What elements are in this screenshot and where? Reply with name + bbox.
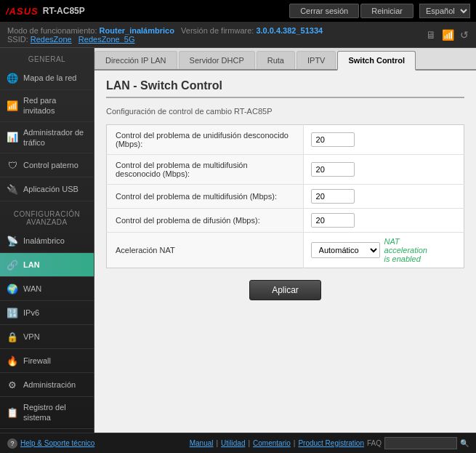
faq-label: FAQ xyxy=(367,439,382,447)
sidebar-item-wan[interactable]: 🌍 WAN xyxy=(0,277,94,301)
status-icons: 🖥 📶 ↺ xyxy=(426,29,469,41)
wan-icon: 🌍 xyxy=(6,282,19,295)
logo-area: /ASUS RT-AC85P xyxy=(6,6,85,17)
lan-tabs: Dirección IP LAN Servidor DHCP Ruta IPTV… xyxy=(94,48,476,71)
sidebar-item-firewall[interactable]: 🔥 Firewall xyxy=(0,349,94,373)
language-select[interactable]: Español xyxy=(419,4,470,18)
log-icon: 📋 xyxy=(6,406,19,419)
sidebar-label-mapa: Mapa de la red xyxy=(23,73,76,83)
ssid-label: SSID: xyxy=(7,35,28,44)
field-label-3: Control del problema de difusión (Mbps): xyxy=(107,209,304,233)
input-multidifusion[interactable] xyxy=(311,189,355,204)
parental-control-icon: 🛡 xyxy=(6,159,19,172)
sidebar-item-inalambrico[interactable]: 📡 Inalámbrico xyxy=(0,229,94,253)
sidebar-label-vpn: VPN xyxy=(23,332,40,342)
table-row: Control del problema de unidifusión desc… xyxy=(107,125,464,155)
sidebar-label-ipv6: IPv6 xyxy=(23,308,39,318)
top-buttons: Cerrar sesión Reiniciar Español xyxy=(289,4,470,18)
table-row: Control del problema de multidifusión de… xyxy=(107,155,464,185)
ssid1[interactable]: RedesZone xyxy=(31,35,72,44)
wifi-icon[interactable]: 📶 xyxy=(442,29,454,41)
sidebar-label-usb: Aplicación USB xyxy=(23,184,78,194)
manual-link[interactable]: Manual xyxy=(190,439,214,447)
firmware-value: 3.0.0.4.382_51334 xyxy=(256,26,323,35)
close-session-button[interactable]: Cerrar sesión xyxy=(289,4,359,18)
table-row: Control del problema de multidifusión (M… xyxy=(107,185,464,209)
sidebar-item-invitados[interactable]: 📶 Red para invitados xyxy=(0,90,94,122)
search-icon[interactable]: 🔍 xyxy=(460,439,469,447)
sidebar-item-control[interactable]: 🛡 Control paterno xyxy=(0,153,94,177)
sidebar-label-wan: WAN xyxy=(23,284,41,294)
mode-label: Modo de funcionamiento: xyxy=(7,26,97,35)
firewall-icon: 🔥 xyxy=(6,354,19,367)
nat-label: Aceleración NAT xyxy=(107,233,304,268)
tab-iptv[interactable]: IPTV xyxy=(297,51,336,69)
tab-dhcp[interactable]: Servidor DHCP xyxy=(179,51,255,69)
nat-row: Aceleración NAT Automático Activado Desa… xyxy=(107,233,464,268)
ssid2[interactable]: RedesZone_5G xyxy=(78,35,135,44)
nat-status: NAT acceleration is enabled xyxy=(384,237,427,263)
help-support-link[interactable]: Help & Soporte técnico xyxy=(20,439,94,447)
main-layout: General 🌐 Mapa de la red 📶 Red para invi… xyxy=(0,48,476,433)
help-circle-icon: ? xyxy=(7,438,17,449)
refresh-icon[interactable]: ↺ xyxy=(460,29,469,41)
sidebar-label-admin: Administración xyxy=(23,380,76,390)
general-section-title: General xyxy=(0,52,94,66)
sidebar-item-herramientas[interactable]: 🛠 Herramientas de red xyxy=(0,429,94,433)
network-icon[interactable]: 🖥 xyxy=(426,29,436,41)
sidebar-general-section: General 🌐 Mapa de la red 📶 Red para invi… xyxy=(0,48,94,203)
sidebar-item-registro[interactable]: 📋 Registro del sistema xyxy=(0,397,94,429)
tab-switch-control[interactable]: Switch Control xyxy=(337,51,416,71)
apply-area: Aplicar xyxy=(106,268,464,312)
section-subtitle: Configuración de control de cambio RT-AC… xyxy=(106,107,464,116)
vpn-icon: 🔒 xyxy=(6,330,19,343)
guest-network-icon: 📶 xyxy=(6,99,19,112)
input-multidifusion-desconocido[interactable] xyxy=(311,162,355,177)
table-row: Control del problema de difusión (Mbps): xyxy=(107,209,464,233)
input-unidifusion[interactable] xyxy=(311,132,355,147)
field-label-2: Control del problema de multidifusión (M… xyxy=(107,185,304,209)
sidebar-item-admin[interactable]: ⚙ Administración xyxy=(0,373,94,397)
sidebar-label-trafico: Administrador de tráfico xyxy=(23,127,88,148)
sep2: | xyxy=(248,439,250,447)
tab-ip-lan[interactable]: Dirección IP LAN xyxy=(94,51,177,69)
bottom-links: Manual | Utilidad | Comentario | Product… xyxy=(190,437,469,449)
sidebar: General 🌐 Mapa de la red 📶 Red para invi… xyxy=(0,48,94,433)
sidebar-label-invitados: Red para invitados xyxy=(23,95,88,116)
input-difusion[interactable] xyxy=(311,213,355,228)
sidebar-item-ipv6[interactable]: 🔢 IPv6 xyxy=(0,301,94,325)
search-input[interactable] xyxy=(384,437,457,449)
sidebar-label-firewall: Firewall xyxy=(23,356,51,366)
network-map-icon: 🌐 xyxy=(6,71,19,84)
restart-button[interactable]: Reiniciar xyxy=(360,4,414,18)
nat-select[interactable]: Automático Activado Desactivado xyxy=(311,242,380,258)
sidebar-label-lan: LAN xyxy=(23,260,40,270)
bottom-left: ? Help & Soporte técnico xyxy=(7,438,94,449)
switch-control-table: Control del problema de unidifusión desc… xyxy=(106,124,464,268)
sidebar-item-usb[interactable]: 🔌 Aplicación USB xyxy=(0,177,94,201)
tab-ruta[interactable]: Ruta xyxy=(257,51,295,69)
sidebar-item-lan[interactable]: 🔗 LAN xyxy=(0,253,94,277)
field-value-1 xyxy=(303,155,464,185)
asus-logo: /ASUS xyxy=(6,6,39,17)
apply-button[interactable]: Aplicar xyxy=(249,280,321,300)
page-title: LAN - Switch Control xyxy=(106,79,464,98)
comment-link[interactable]: Comentario xyxy=(253,439,291,447)
mode-value: Router_inalámbrico xyxy=(100,26,174,35)
field-value-3 xyxy=(303,209,464,233)
content-area: Dirección IP LAN Servidor DHCP Ruta IPTV… xyxy=(94,48,476,433)
sidebar-item-vpn[interactable]: 🔒 VPN xyxy=(0,325,94,349)
product-reg-link[interactable]: Product Registration xyxy=(298,439,364,447)
model-name: RT-AC85P xyxy=(43,6,85,16)
status-left: Modo de funcionamiento: Router_inalámbri… xyxy=(7,26,323,44)
wireless-icon: 📡 xyxy=(6,234,19,247)
field-label-0: Control del problema de unidifusión desc… xyxy=(107,125,304,155)
lan-icon: 🔗 xyxy=(6,258,19,271)
sidebar-item-trafico[interactable]: 📊 Administrador de tráfico xyxy=(0,122,94,154)
sidebar-item-mapa[interactable]: 🌐 Mapa de la red xyxy=(0,66,94,90)
firmware-label: Versión de firmware: xyxy=(181,26,254,35)
traffic-icon: 📊 xyxy=(6,131,19,144)
sidebar-label-registro: Registro del sistema xyxy=(23,402,88,423)
sep3: | xyxy=(294,439,296,447)
utility-link[interactable]: Utilidad xyxy=(221,439,245,447)
